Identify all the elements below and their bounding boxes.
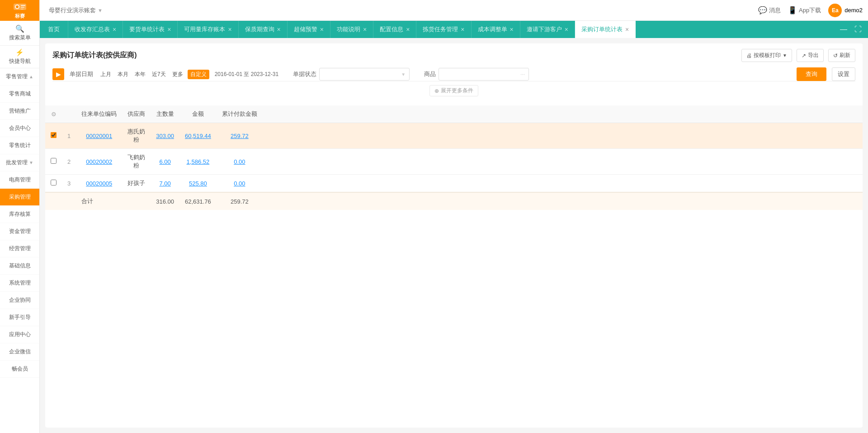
status-select[interactable]: ▼ [319, 68, 410, 81]
sidebar-item-retail-mall[interactable]: 零售商城 [0, 86, 39, 103]
tab-config-close[interactable]: × [406, 26, 410, 33]
tab-config[interactable]: 配置信息 × [373, 21, 416, 38]
shortcut-this-month[interactable]: 本月 [116, 70, 130, 79]
row-code[interactable]: 00020001 [76, 123, 122, 149]
tab-maximize-button[interactable]: ⛶ [853, 24, 863, 34]
message-button[interactable]: 💬 消息 [758, 6, 781, 14]
filter-toggle-button[interactable]: ▶ [52, 68, 64, 80]
tab-invite[interactable]: 邀请下游客户 × [520, 21, 575, 38]
tab-home-label: 首页 [48, 25, 60, 33]
goods-input[interactable]: ··· [439, 68, 529, 81]
account-dropdown[interactable]: 母婴行业演示账套 ▼ [45, 5, 106, 16]
tab-overstock[interactable]: 超储预警 × [288, 21, 330, 38]
tab-cost-close[interactable]: × [510, 26, 514, 33]
row-paid[interactable]: 259.72 [217, 123, 263, 149]
app-download-button[interactable]: 📱 App下载 [788, 6, 821, 14]
sidebar-retail-mall-label: 零售商城 [9, 90, 31, 98]
tab-requisition[interactable]: 要货单统计表 × [123, 21, 178, 38]
tab-warranty-close[interactable]: × [277, 26, 281, 33]
sidebar-item-marketing[interactable]: 营销推广 [0, 103, 39, 120]
export-button[interactable]: ↗ 导出 [797, 49, 824, 62]
shortcut-7days[interactable]: 近7天 [150, 70, 168, 79]
column-settings-icon[interactable]: ⚙ [45, 105, 62, 123]
tab-requisition-close[interactable]: × [167, 26, 171, 33]
header-actions: 🖨 按模板打印 ▼ ↗ 导出 ↺ 刷新 [741, 49, 855, 62]
user-menu[interactable]: Ea demo2 [828, 4, 863, 17]
row-qty[interactable]: 6.00 [151, 149, 179, 175]
row-amount[interactable]: 60,519.44 [179, 123, 217, 149]
account-name: 母婴行业演示账套 [49, 6, 96, 14]
sidebar-item-vip[interactable]: 畅会员 [0, 361, 39, 378]
sidebar-item-system[interactable]: 系统管理 [0, 275, 39, 292]
app-label: App下载 [799, 6, 821, 14]
row-checkbox-cell[interactable] [45, 175, 62, 193]
sidebar-item-wechat[interactable]: 企业微信 [0, 343, 39, 361]
table-row: 2 00020002 飞鹤奶粉 6.00 1,586.52 0.00 [45, 149, 863, 175]
shortcut-last-month[interactable]: 上月 [99, 70, 113, 79]
sidebar-item-wholesale[interactable]: 批发管理 ▼ [0, 154, 39, 171]
row-code[interactable]: 00020005 [76, 175, 122, 193]
refresh-button[interactable]: ↺ 刷新 [828, 49, 855, 62]
tab-home[interactable]: 首页 [40, 21, 68, 38]
row-checkbox[interactable] [51, 132, 57, 138]
sidebar-item-basic[interactable]: 基础信息 [0, 257, 39, 275]
tab-overstock-close[interactable]: × [320, 26, 324, 33]
sidebar-item-retail-stat[interactable]: 零售统计 [0, 137, 39, 154]
sidebar-item-inventory[interactable]: 库存核算 [0, 206, 39, 223]
shortcut-this-year[interactable]: 本年 [133, 70, 147, 79]
main-area: 母婴行业演示账套 ▼ 💬 消息 📱 App下载 Ea demo2 首页 [40, 0, 868, 433]
logo-label: 标赛 [15, 13, 25, 19]
print-dropdown-icon: ▼ [783, 53, 787, 58]
tab-invite-close[interactable]: × [565, 26, 568, 33]
tab-collect-close[interactable]: × [113, 26, 116, 33]
sidebar-item-search[interactable]: 🔍 搜索菜单 [0, 21, 39, 46]
tab-purchase-stat-close[interactable]: × [625, 26, 629, 33]
row-checkbox-cell[interactable] [45, 123, 62, 149]
row-spacer [263, 149, 863, 175]
tab-picking[interactable]: 拣货任务管理 × [416, 21, 471, 38]
row-checkbox-cell[interactable] [45, 149, 62, 175]
sidebar-item-ecommerce[interactable]: 电商管理 [0, 171, 39, 189]
row-code[interactable]: 00020002 [76, 149, 122, 175]
tab-minimize-button[interactable]: — [838, 24, 849, 34]
date-custom-badge[interactable]: 自定义 [188, 70, 209, 79]
row-qty[interactable]: 303.00 [151, 123, 179, 149]
row-qty[interactable]: 7.00 [151, 175, 179, 193]
row-paid[interactable]: 0.00 [217, 175, 263, 193]
svg-point-2 [16, 5, 19, 8]
topbar-right: 💬 消息 📱 App下载 Ea demo2 [758, 4, 863, 17]
print-button[interactable]: 🖨 按模板打印 ▼ [741, 49, 792, 62]
sidebar-item-guide[interactable]: 新手引导 [0, 309, 39, 326]
tab-picking-close[interactable]: × [461, 26, 464, 33]
expand-more-button[interactable]: ⊕ 展开更多条件 [429, 85, 478, 96]
column-code: 往来单位编码 [76, 105, 122, 123]
row-paid[interactable]: 0.00 [217, 149, 263, 175]
row-checkbox[interactable] [51, 158, 57, 164]
tab-inventory-close[interactable]: × [228, 26, 231, 33]
query-button[interactable]: 查询 [797, 67, 826, 81]
row-amount[interactable]: 1,586.52 [179, 149, 217, 175]
app-logo[interactable]: 标赛 [0, 0, 39, 21]
tab-function[interactable]: 功能说明 × [330, 21, 373, 38]
table-header-row: ⚙ 往来单位编码 供应商 主数量 金额 累计付款金额 [45, 105, 863, 123]
sidebar-item-finance[interactable]: 资金管理 [0, 223, 39, 240]
tab-collect[interactable]: 收发存汇总表 × [68, 21, 123, 38]
sidebar-item-retail[interactable]: 零售管理 ▲ [0, 68, 39, 86]
sidebar-item-shortcut[interactable]: ⚡ 快捷导航 [0, 46, 39, 68]
shortcut-more[interactable]: 更多 [170, 70, 185, 79]
tab-purchase-stat[interactable]: 采购订单统计表 × [575, 21, 636, 38]
tab-cost[interactable]: 成本调整单 × [472, 21, 520, 38]
goods-filter: 商品 ··· [424, 68, 529, 81]
settings-button[interactable]: 设置 [832, 67, 855, 81]
tab-function-close[interactable]: × [363, 26, 367, 33]
sidebar-item-enterprise[interactable]: 企业协同 [0, 292, 39, 309]
sidebar-item-member[interactable]: 会员中心 [0, 120, 39, 137]
sidebar-item-app-center[interactable]: 应用中心 [0, 326, 39, 343]
sidebar-item-purchase[interactable]: 采购管理 [0, 189, 39, 206]
row-checkbox[interactable] [51, 180, 57, 186]
row-amount[interactable]: 525.80 [179, 175, 217, 193]
tab-warranty[interactable]: 保质期查询 × [239, 21, 288, 38]
tab-inventory[interactable]: 可用量库存账本 × [178, 21, 238, 38]
goods-label: 商品 [424, 70, 436, 78]
sidebar-item-operation[interactable]: 经营管理 [0, 240, 39, 257]
